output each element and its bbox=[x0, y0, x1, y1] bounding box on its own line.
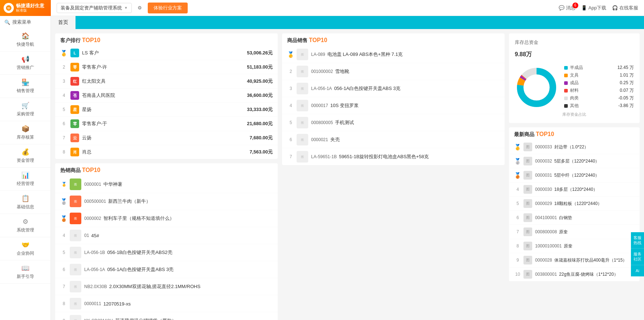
legend-item: 文具 1.01 万 bbox=[564, 72, 634, 78]
service-community-button[interactable]: 服务 社区 bbox=[631, 249, 644, 265]
legend-item: 半成品 12.45 万 bbox=[564, 65, 634, 71]
legend-color bbox=[564, 81, 568, 85]
ai-button[interactable]: Ai bbox=[631, 265, 644, 276]
inventory-chart-area: 半成品 12.45 万 文具 1.01 万 成品 0 bbox=[515, 65, 634, 110]
legend-color bbox=[564, 104, 568, 108]
customer-amount: 33,333.00元 bbox=[247, 106, 273, 113]
product-image: 图 bbox=[523, 199, 532, 208]
list-item: 4 图 0000017 10S 变扭罗浆 bbox=[282, 97, 505, 114]
customer-badge: 星 bbox=[70, 105, 79, 114]
operations-icon: 📊 bbox=[21, 171, 29, 179]
customer-ranking-header: 客户排行 TOP10 bbox=[55, 33, 278, 46]
list-item: 🥇 图 LA-089 电池盖 LA-089 ABS本色+黑种 7.1克 bbox=[282, 46, 505, 63]
hot-products-top10: TOP10 bbox=[82, 167, 100, 173]
header-center: 装备及固定资产辅助管理系统 ▼ ⚙ 体验行业方案 bbox=[57, 3, 559, 13]
logo-icon: 畅 bbox=[4, 3, 14, 13]
gold-medal-icon: 🥇 bbox=[60, 49, 68, 57]
product-image: 图 bbox=[523, 143, 532, 151]
list-item: 2 图 001000002 雪地靴 bbox=[282, 63, 505, 80]
sidebar-item-quick-nav[interactable]: 🏠 快捷导航 bbox=[0, 28, 50, 52]
table-row: 6 零 零售客户-于 21,680.00元 bbox=[55, 117, 278, 131]
page-content: 客户排行 TOP10 🥇 L LS 客户 53,006.26元 bbox=[51, 29, 644, 320]
phone-icon: 📱 bbox=[581, 5, 587, 11]
sidebar-item-sales[interactable]: 🏪 销售管理 bbox=[0, 75, 50, 98]
online-service-button[interactable]: 🎧 在线客服 bbox=[612, 5, 638, 11]
customer-ranking-panel: 客户排行 TOP10 🥇 L LS 客户 53,006.26元 bbox=[55, 33, 278, 159]
list-item: 5 图 LA-056-1B 056-1B白色按键开关壳ABS2壳 bbox=[55, 244, 278, 261]
list-item: 7 图 NB2.0X30B 2.0X30MM双搓花轴,搓花直径2.1MM/ROH… bbox=[55, 278, 278, 295]
customer-amount: 53,006.26元 bbox=[247, 50, 273, 56]
list-item: 4 图 0000030 18多层（1220*2440） bbox=[509, 182, 640, 197]
product-image: 图 bbox=[70, 298, 81, 309]
product-image: 图 bbox=[70, 196, 81, 207]
table-row: 5 星 星扬 33,333.00元 bbox=[55, 103, 278, 117]
legend-color bbox=[564, 74, 568, 77]
sidebar-item-inventory[interactable]: 📦 库存核算 bbox=[0, 121, 50, 144]
table-row: 4 苍 苍南县人民医院 36,600.00元 bbox=[55, 89, 278, 103]
headset-icon: 🎧 bbox=[612, 5, 618, 11]
inventory-amount: 9.88万 bbox=[515, 47, 634, 59]
sidebar-item-basic-info[interactable]: 📋 基础信息 bbox=[0, 191, 50, 214]
legend-color bbox=[564, 89, 568, 93]
main-layout: 🔍 搜索菜单 🏠 快捷导航 📢 营销推广 🏪 销售管理 🛒 采购管理 📦 库存核… bbox=[0, 16, 644, 320]
system-select[interactable]: 装备及固定资产辅助管理系统 ▼ bbox=[57, 3, 132, 13]
left-column: 客户排行 TOP10 🥇 L LS 客户 53,006.26元 bbox=[55, 33, 278, 320]
sidebar-item-marketing[interactable]: 📢 营销推广 bbox=[0, 52, 50, 75]
trial-button[interactable]: 体验行业方案 bbox=[148, 3, 188, 13]
top-header: 畅 畅捷通好生意 标准版 装备及固定资产辅助管理系统 ▼ ⚙ 体验行业方案 💬 … bbox=[0, 0, 644, 16]
table-row: 2 零 零售客户-许 51,183.00元 bbox=[55, 60, 278, 74]
sidebar: 🔍 搜索菜单 🏠 快捷导航 📢 营销推广 🏪 销售管理 🛒 采购管理 📦 库存核… bbox=[0, 16, 51, 320]
sidebar-item-system[interactable]: ⚙ 系统管理 bbox=[0, 214, 50, 237]
inventory-icon: 📦 bbox=[21, 125, 29, 133]
top-products-sales-panel: 商品销售 TOP10 🥇 图 LA-089 电池盖 LA-089 ABS本色+黑… bbox=[282, 33, 505, 165]
sidebar-item-guide[interactable]: 📖 新手引导 bbox=[0, 260, 50, 284]
top-products-sales-list: 🥇 图 LA-089 电池盖 LA-089 ABS本色+黑种 7.1克 2 图 … bbox=[282, 46, 505, 165]
dropdown-arrow-icon: ▼ bbox=[124, 6, 128, 10]
settings-button[interactable]: ⚙ bbox=[135, 3, 145, 13]
hot-products-panel: 热销商品 TOP10 🥇 图 0000001 中华神薯 🥈 图 bbox=[55, 163, 278, 320]
svg-point-7 bbox=[524, 75, 549, 100]
sidebar-item-finance[interactable]: 💰 资金管理 bbox=[0, 144, 50, 168]
newest-products-list: 🥇 图 0000033 封边带（1.0*22） 🥈 图 0000032 5层多层… bbox=[509, 140, 640, 281]
list-item: 7 图 000800008 原奎 bbox=[509, 225, 640, 239]
legend-color bbox=[564, 97, 568, 100]
chart-legend: 半成品 12.45 万 文具 1.01 万 成品 0 bbox=[564, 65, 634, 110]
list-item: 🥇 图 0000033 封边带（1.0*22） bbox=[509, 140, 640, 154]
product-image: 图 bbox=[523, 157, 532, 165]
app-download-button[interactable]: 📱 App下载 bbox=[581, 5, 606, 11]
tab-home[interactable]: 首页 bbox=[51, 16, 76, 29]
customer-service-button[interactable]: 客服 热线 bbox=[631, 232, 644, 249]
product-image: 图 bbox=[70, 281, 81, 292]
chart-footer: 库存资金占比 bbox=[515, 112, 634, 117]
sidebar-item-enterprise[interactable]: 🤝 企业协同 bbox=[0, 237, 50, 260]
customer-badge: 肖 bbox=[70, 148, 79, 156]
product-image: 图 bbox=[523, 185, 532, 194]
customer-amount: 40,925.00元 bbox=[247, 78, 273, 85]
table-row: 8 肖 肖总 7,563.00元 bbox=[55, 145, 278, 159]
table-row: 3 红 红太阳文具 40,925.00元 bbox=[55, 74, 278, 89]
right-column: 库存总资金 9.88万 bbox=[509, 33, 640, 320]
header-right: 💬 消息 6 📱 App下载 🎧 在线客服 bbox=[559, 5, 638, 11]
donut-chart bbox=[515, 66, 558, 109]
customer-amount: 51,183.00元 bbox=[247, 64, 273, 70]
sidebar-item-operations[interactable]: 📊 经营管理 bbox=[0, 168, 50, 191]
sidebar-item-purchase[interactable]: 🛒 采购管理 bbox=[0, 98, 50, 121]
message-button[interactable]: 💬 消息 6 bbox=[559, 5, 575, 11]
hot-products-header: 热销商品 TOP10 bbox=[55, 163, 278, 176]
customer-badge: 零 bbox=[70, 119, 79, 128]
finance-icon: 💰 bbox=[21, 148, 29, 156]
customer-ranking-top10: TOP10 bbox=[82, 37, 100, 44]
legend-item: 成品 0.25 万 bbox=[564, 80, 634, 86]
legend-color bbox=[564, 66, 568, 70]
customer-name: 云扬 bbox=[82, 135, 249, 141]
product-image: 图 bbox=[70, 179, 81, 190]
customer-name: 苍南县人民医院 bbox=[82, 92, 247, 99]
list-item: 4 图 01 45# bbox=[55, 227, 278, 244]
basic-info-icon: 📋 bbox=[21, 194, 29, 202]
list-item: 6 图 004100001 白钢垫 bbox=[509, 211, 640, 225]
search-menu-item[interactable]: 🔍 搜索菜单 bbox=[0, 16, 50, 28]
customer-ranking-table: 🥇 L LS 客户 53,006.26元 2 零 零售客户-许 51,183.0… bbox=[55, 46, 278, 159]
customer-name: 星扬 bbox=[82, 106, 247, 113]
product-image: 图 bbox=[297, 49, 308, 60]
home-icon: 🏠 bbox=[21, 32, 29, 40]
